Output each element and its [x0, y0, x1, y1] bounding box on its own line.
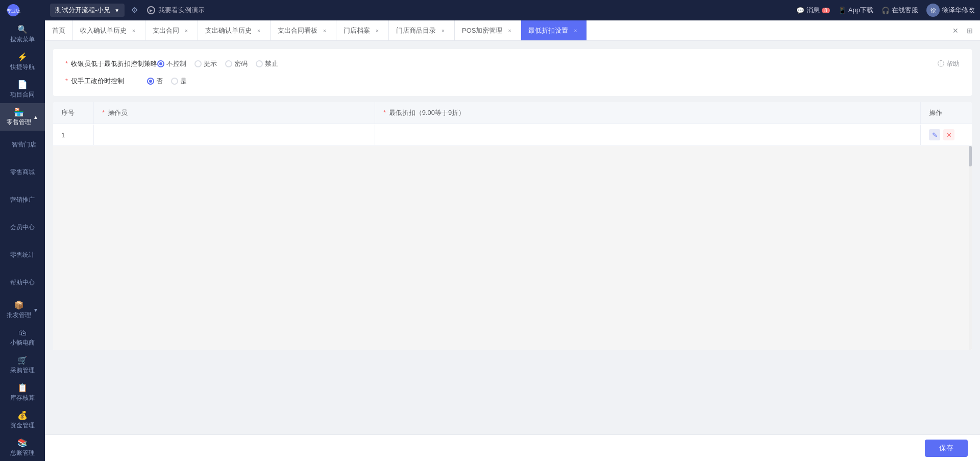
manual-price-radio-group: 否 是	[147, 77, 187, 86]
message-icon: 💬	[796, 7, 804, 14]
tab-pos-password-mgmt[interactable]: POS加密管理 ×	[455, 20, 521, 41]
discount-control-radio-group: 不控制 提示 密码 禁止	[157, 59, 278, 68]
sidebar-item-retail-mall[interactable]: 零售商城	[0, 158, 45, 186]
sidebar-item-project-contract[interactable]: 📄 项目合同	[0, 76, 45, 103]
sidebar-item-search-menu[interactable]: 🔍 搜索菜单	[0, 20, 45, 48]
sidebar-item-finance-mgmt[interactable]: 💰 资金管理	[0, 406, 45, 434]
tab-store-archive-close[interactable]: ×	[373, 27, 381, 35]
tab-payment-confirm-history[interactable]: 支出确认单历史 ×	[198, 20, 271, 41]
sidebar-item-inventory[interactable]: 📋 库存核算	[0, 379, 45, 406]
tab-close-all-btn[interactable]: ✕	[949, 25, 962, 37]
help-btn[interactable]: ⓘ 帮助	[938, 59, 960, 68]
sidebar-label-help-center: 帮助中心	[10, 278, 35, 287]
radio-forbid[interactable]: 禁止	[256, 59, 278, 68]
tab-pos-password-mgmt-close[interactable]: ×	[505, 27, 513, 35]
sidebar-item-quick-nav[interactable]: ⚡ 快捷导航	[0, 48, 45, 76]
tab-min-discount-settings-close[interactable]: ×	[571, 27, 579, 35]
col-header-operator: * 操作员	[94, 102, 375, 124]
wholesale-mgmt-icon: 📦	[14, 300, 24, 310]
project-dropdown-arrow: ▼	[114, 8, 119, 13]
form-card: * 收银员低于最低折扣控制策略 不控制 提示	[53, 49, 972, 96]
sidebar-item-ledger-mgmt[interactable]: 📚 总账管理	[0, 434, 45, 461]
sidebar-item-smart-store[interactable]: 智营门店	[0, 131, 45, 158]
sidebar-item-purchase-mgmt[interactable]: 🛒 采购管理	[0, 351, 45, 379]
content-area: 首页 收入确认单历史 × 支出合同 × 支出确认单历史 × 支出合同看板 × 门…	[45, 20, 980, 461]
cell-action-1: ✎ ✕	[921, 124, 972, 145]
tab-payment-confirm-history-close[interactable]: ×	[255, 27, 263, 35]
retail-mgmt-arrow-icon: ▲	[33, 114, 38, 120]
required-star-discount: *	[383, 109, 386, 116]
tab-income-confirm-history-label: 收入确认单历史	[80, 26, 127, 35]
radio-remind[interactable]: 提示	[194, 59, 217, 68]
tab-store-product-catalog-close[interactable]: ×	[439, 27, 447, 35]
radio-no-control[interactable]: 不控制	[157, 59, 186, 68]
purchase-mgmt-icon: 🛒	[17, 355, 28, 365]
radio-password[interactable]: 密码	[225, 59, 248, 68]
vertical-scrollbar[interactable]	[969, 146, 972, 350]
tab-store-product-catalog[interactable]: 门店商品目录 ×	[389, 20, 455, 41]
tabbar-actions: ✕ ⊞	[945, 25, 980, 37]
tab-min-discount-settings-label: 最低折扣设置	[528, 26, 568, 35]
sidebar-label-marketing: 营销推广	[10, 196, 35, 204]
user-profile-btn[interactable]: 徐 徐泽华修改	[926, 4, 975, 17]
tab-payment-contract-close[interactable]: ×	[182, 27, 190, 35]
sidebar-item-ecommerce[interactable]: 🛍 小畅电商	[0, 324, 45, 351]
radio-circle-remind	[194, 60, 202, 67]
project-contract-icon: 📄	[17, 80, 28, 89]
main-layout: 🔍 搜索菜单 ⚡ 快捷导航 📄 项目合同 🏪 零售管理 ▲ 智营门店 零售商城 …	[0, 20, 980, 461]
sidebar-item-help-center[interactable]: 帮助中心	[0, 269, 45, 296]
tab-home-label: 首页	[52, 26, 65, 35]
settings-icon[interactable]: ⚙	[130, 6, 139, 15]
tab-payment-contract-board[interactable]: 支出合同看板 ×	[271, 20, 336, 41]
sidebar-label-retail-mgmt: 零售管理	[7, 118, 31, 127]
radio-manual-yes[interactable]: 是	[171, 77, 187, 86]
tab-expand-btn[interactable]: ⊞	[964, 25, 976, 37]
radio-manual-no[interactable]: 否	[147, 77, 163, 86]
sidebar-label-ecommerce: 小畅电商	[10, 338, 35, 347]
sidebar-item-wholesale-mgmt[interactable]: 📦 批发管理 ▼	[0, 296, 45, 324]
sidebar-item-retail-mgmt[interactable]: 🏪 零售管理 ▲	[0, 103, 45, 131]
sidebar-label-smart-store: 智营门店	[12, 140, 36, 149]
question-circle-icon: ⓘ	[938, 59, 944, 68]
inventory-icon: 📋	[17, 383, 28, 393]
save-button[interactable]: 保存	[925, 440, 968, 457]
messages-btn[interactable]: 💬 消息 8	[796, 6, 830, 15]
radio-circle-manual-no	[147, 78, 154, 85]
ecommerce-icon: 🛍	[18, 328, 27, 337]
topbar: 专业版 测试分开流程-小兄 ▼ ⚙ ▶ 我要看实例演示 💬 消息 8 📱 App…	[0, 0, 980, 20]
radio-circle-password	[225, 60, 232, 67]
avatar: 徐	[926, 4, 940, 17]
cell-seq-1: 1	[53, 125, 94, 145]
radio-circle-no-control	[157, 60, 164, 67]
tab-income-confirm-history[interactable]: 收入确认单历史 ×	[73, 20, 145, 41]
tab-income-confirm-history-close[interactable]: ×	[130, 27, 138, 35]
col-header-action: 操作	[921, 102, 972, 124]
project-name: 测试分开流程-小兄	[55, 6, 110, 15]
tab-pos-password-mgmt-label: POS加密管理	[462, 26, 502, 35]
demo-circle-icon: ▶	[147, 6, 155, 14]
sidebar-item-retail-stats[interactable]: 零售统计	[0, 241, 45, 269]
sidebar: 🔍 搜索菜单 ⚡ 快捷导航 📄 项目合同 🏪 零售管理 ▲ 智营门店 零售商城 …	[0, 20, 45, 461]
sidebar-label-purchase-mgmt: 采购管理	[10, 366, 35, 375]
sidebar-label-project-contract: 项目合同	[10, 90, 35, 99]
bottom-bar: 保存	[45, 434, 980, 461]
tab-min-discount-settings[interactable]: 最低折扣设置 ×	[521, 20, 587, 41]
edit-row-1-btn[interactable]: ✎	[929, 129, 940, 140]
table-container: 序号 * 操作员 * 最低折扣（9.00等于9折） 操作	[53, 102, 972, 350]
online-service-btn[interactable]: 🎧 在线客服	[881, 6, 918, 15]
demo-link[interactable]: ▶ 我要看实例演示	[147, 6, 205, 15]
online-service-label: 在线客服	[892, 6, 918, 15]
tab-home[interactable]: 首页	[45, 20, 73, 41]
sidebar-label-quick-nav: 快捷导航	[10, 63, 35, 71]
project-selector[interactable]: 测试分开流程-小兄 ▼	[50, 4, 125, 17]
tabbar: 首页 收入确认单历史 × 支出合同 × 支出确认单历史 × 支出合同看板 × 门…	[45, 20, 980, 41]
sidebar-item-member-center[interactable]: 会员中心	[0, 213, 45, 241]
sidebar-item-marketing[interactable]: 营销推广	[0, 186, 45, 213]
tab-store-archive[interactable]: 门店档案 ×	[336, 20, 389, 41]
topbar-right: 💬 消息 8 📱 App下载 🎧 在线客服 徐 徐泽华修改	[796, 4, 975, 17]
app-download-btn[interactable]: 📱 App下载	[838, 6, 873, 15]
tab-payment-contract-board-close[interactable]: ×	[321, 27, 329, 35]
delete-row-1-btn[interactable]: ✕	[943, 129, 954, 140]
app-logo: 专业版	[5, 2, 46, 18]
tab-payment-contract[interactable]: 支出合同 ×	[145, 20, 198, 41]
